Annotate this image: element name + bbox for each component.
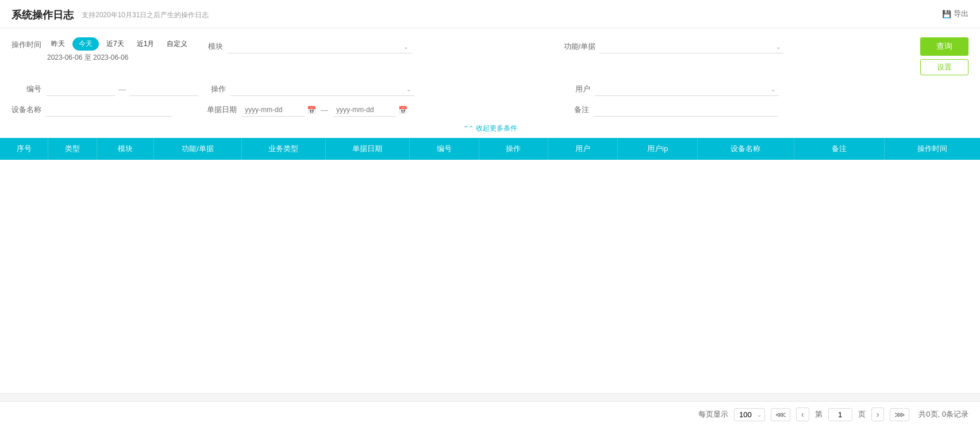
first-page-button[interactable]: ⋘ (771, 408, 790, 421)
number-to-input[interactable] (129, 82, 198, 96)
number-dash: — (118, 85, 126, 94)
collapse-button[interactable]: ⌃⌃ 收起更多条件 (463, 124, 517, 133)
current-page-input[interactable] (828, 408, 852, 421)
col-type: 类型 (48, 138, 97, 160)
settings-button[interactable]: 设置 (920, 59, 969, 75)
user-label: 用户 (560, 84, 590, 94)
col-doc-date: 单据日期 (325, 138, 409, 160)
time-btn-custom[interactable]: 自定义 (162, 37, 193, 51)
collapse-up-icon: ⌃⌃ (463, 125, 474, 132)
time-btn-7days[interactable]: 近7天 (101, 37, 129, 51)
user-select[interactable] (595, 82, 779, 96)
prev-page-button[interactable]: ‹ (796, 407, 809, 421)
col-number: 编号 (409, 138, 479, 160)
number-label: 编号 (11, 84, 41, 94)
operation-select[interactable] (230, 82, 414, 96)
col-seqno: 序号 (0, 138, 48, 160)
last-page-button[interactable]: ⋙ (890, 408, 909, 421)
time-btn-yesterday[interactable]: 昨天 (46, 37, 70, 51)
number-from-input[interactable] (46, 82, 115, 96)
date-to-input[interactable] (333, 103, 396, 117)
date-from-input[interactable] (241, 103, 305, 117)
page-prefix-label: 第 (815, 409, 823, 420)
operation-label: 操作 (210, 84, 226, 94)
col-remark: 备注 (794, 138, 884, 160)
remark-label: 备注 (559, 105, 589, 115)
total-info: 共0页, 0条记录 (918, 409, 969, 420)
module-label: 模块 (207, 41, 223, 52)
time-btn-today[interactable]: 今天 (72, 37, 99, 51)
function-label: 功能/单据 (564, 41, 596, 52)
export-icon: 💾 (942, 10, 951, 18)
per-page-select[interactable]: 10 20 50 100 200 (734, 408, 765, 421)
page-title: 系统操作日志 (11, 8, 74, 22)
col-device: 设备名称 (698, 138, 794, 160)
time-label: 操作时间 (11, 37, 41, 50)
col-operation: 操作 (479, 138, 548, 160)
data-table: 序号 类型 模块 功能/单据 业务类型 单据日期 编号 操作 用户 用户ip 设… (0, 138, 980, 160)
remark-input[interactable] (594, 103, 778, 117)
date-range-dash: — (321, 106, 328, 114)
col-function: 功能/单据 (154, 138, 242, 160)
device-label: 设备名称 (11, 105, 41, 115)
col-biz-type: 业务类型 (241, 138, 325, 160)
col-user-ip: 用户ip (618, 138, 698, 160)
col-op-time: 操作时间 (884, 138, 980, 160)
col-user: 用户 (548, 138, 618, 160)
query-button[interactable]: 查询 (920, 37, 969, 56)
calendar-from-icon[interactable]: 📅 (307, 106, 316, 114)
date-range-display: 2023-06-06 至 2023-06-06 (46, 53, 193, 63)
next-page-button[interactable]: › (871, 407, 885, 421)
time-btn-1month[interactable]: 近1月 (132, 37, 160, 51)
device-input[interactable] (46, 103, 172, 117)
per-page-label: 每页显示 (698, 409, 728, 420)
date-label: 单据日期 (207, 105, 237, 115)
export-button[interactable]: 💾 导出 (942, 9, 969, 19)
module-select[interactable] (228, 40, 412, 53)
page-subtitle: 支持2020年10月31日之后产生的操作日志 (82, 10, 209, 20)
col-module: 模块 (97, 138, 154, 160)
calendar-to-icon[interactable]: 📅 (398, 106, 408, 114)
function-select[interactable] (600, 40, 784, 53)
page-suffix-label: 页 (858, 409, 866, 420)
